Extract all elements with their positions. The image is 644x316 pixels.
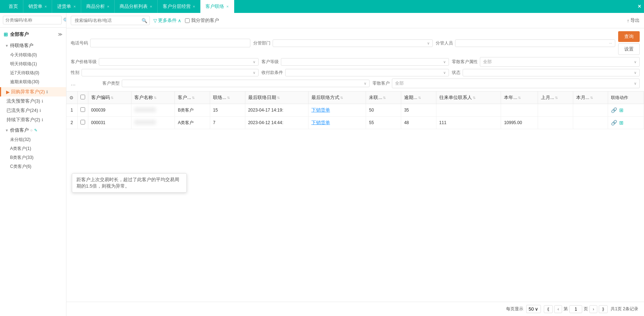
page-suffix: 页 xyxy=(584,306,588,312)
tab-customer-contact[interactable]: 客户联络 × xyxy=(200,0,234,13)
sidebar-collapse-btn[interactable]: ≫ xyxy=(58,32,62,37)
gender-select[interactable]: ∨ xyxy=(82,69,259,76)
my-customer-filter[interactable]: 我分管的客户 xyxy=(185,17,219,24)
more-conditions-btn[interactable]: ▽ 更多条件 ∧ xyxy=(153,17,181,24)
row1-checkbox xyxy=(77,104,88,117)
retail-attr-select[interactable]: 全部 ∨ xyxy=(480,57,640,67)
row2-code: 000031 xyxy=(88,117,131,129)
main-search-icon[interactable]: 🔍 xyxy=(142,18,147,23)
filter-icon: ▽ xyxy=(153,18,157,23)
main-search-input[interactable] xyxy=(73,16,142,25)
row1-last-month xyxy=(538,104,573,117)
page-input[interactable] xyxy=(569,305,582,313)
settings-button[interactable]: 设置 xyxy=(618,43,640,55)
close-tab-sales[interactable]: × xyxy=(45,4,47,9)
th-uncontacted: 未联...⇅ xyxy=(366,91,401,104)
sidebar-item-overdue[interactable]: 逾期未联络(30) xyxy=(0,77,66,86)
th-checkbox xyxy=(77,91,88,104)
tab-product-list[interactable]: 商品分析列表 × xyxy=(115,0,157,13)
adv-filter-row-1: 电话号码 分管部门 ∨ 分管人员 ··· xyxy=(71,31,640,55)
row2-method-link[interactable]: 下销货单 xyxy=(311,120,330,125)
info-icon-declining[interactable]: ℹ xyxy=(42,118,43,122)
phone-label: 电话号码 xyxy=(71,40,88,46)
row2-name xyxy=(131,117,175,129)
export-btn[interactable]: ↑ 导出 xyxy=(627,17,640,24)
payment-select[interactable]: ∨ xyxy=(285,69,449,76)
phone-input[interactable] xyxy=(90,39,250,47)
row2-select[interactable] xyxy=(80,120,85,124)
info-icon-repurchase[interactable]: ℹ xyxy=(46,90,48,94)
sidebar-item-today[interactable]: 今天待联络(0) xyxy=(0,51,66,60)
retail-customer-select[interactable]: 全部 ∨ xyxy=(392,79,640,88)
sidebar-all-customers[interactable]: ⊞ 全部客户 ≫ xyxy=(0,29,66,40)
customer-type-select[interactable]: ∨ xyxy=(122,80,370,87)
tab-product-analysis[interactable]: 商品分析 × xyxy=(81,0,115,13)
tab-customer-tier[interactable]: 客户分层经营 × xyxy=(158,0,200,13)
close-tab-customer-tier[interactable]: × xyxy=(193,4,195,9)
payment-label: 收付款条件 xyxy=(261,70,283,76)
price-level-select[interactable]: ∨ xyxy=(99,58,259,66)
person-select[interactable]: ··· xyxy=(455,39,615,47)
row1-method-link[interactable]: 下销货单 xyxy=(311,107,330,113)
status-select[interactable]: ∨ xyxy=(463,69,640,76)
row1-code: 000039 xyxy=(88,104,131,117)
sidebar-item-class-a[interactable]: A类客户(1) xyxy=(0,144,66,153)
close-tab-customer-contact[interactable]: × xyxy=(226,4,228,9)
dots-icon[interactable]: ... xyxy=(71,80,75,87)
dept-select[interactable]: ∨ xyxy=(273,39,433,47)
gender-label: 性别 xyxy=(71,70,79,76)
adv-filter: 电话号码 分管部门 ∨ 分管人员 ··· xyxy=(66,28,644,91)
sidebar-item-churn-warning[interactable]: 流失预警客户(3) ℹ xyxy=(0,96,66,106)
row1-grid-action-icon[interactable]: ⊞ xyxy=(619,107,624,113)
sidebar-item-churned[interactable]: 已流失客户(24) ℹ xyxy=(0,106,66,115)
value-group-info[interactable]: ○ xyxy=(30,128,33,132)
row1-link-action-icon[interactable]: 🔗 xyxy=(611,107,617,113)
sidebar-item-class-c[interactable]: C类客户(6) xyxy=(0,162,66,171)
close-tab-purchase[interactable]: × xyxy=(73,4,75,9)
gender-chevron: ∨ xyxy=(253,71,255,75)
tab-sales[interactable]: 销货单 × xyxy=(23,0,52,13)
info-icon-churned[interactable]: ℹ xyxy=(40,108,41,113)
edit-icon[interactable]: ✎ xyxy=(34,128,37,133)
customer-level-select[interactable]: ∨ xyxy=(281,58,449,66)
sidebar-search-input[interactable] xyxy=(3,16,62,24)
row2-link-action-icon[interactable]: 🔗 xyxy=(611,120,617,126)
sidebar-item-class-b[interactable]: B类客户(33) xyxy=(0,153,66,162)
last-page-btn[interactable]: ⟫ xyxy=(599,305,608,313)
sidebar-item-unclassified[interactable]: 未分组(32) xyxy=(0,135,66,144)
sidebar-search-icon[interactable]: 🔍 xyxy=(63,18,66,23)
retail-customer-label: 零散客户 xyxy=(372,80,390,86)
sidebar-item-repurchase-anomaly[interactable]: ▶ 回购异常客户(2) ℹ xyxy=(0,87,66,96)
row1-select[interactable] xyxy=(80,107,85,112)
close-tab-product-analysis[interactable]: × xyxy=(107,4,109,9)
filter-bar: 🔍 ▽ 更多条件 ∧ 我分管的客户 ↑ 导出 xyxy=(66,13,644,28)
row1-type: B类客户 xyxy=(175,104,210,117)
sort-method-icon: ⇅ xyxy=(340,96,343,100)
sidebar-item-declining[interactable]: 持续下滑客户(2) ℹ xyxy=(0,115,66,124)
select-all-checkbox[interactable] xyxy=(80,95,85,99)
row2-last-date: 2023-04-12 14:44: xyxy=(245,117,308,129)
prev-page-btn[interactable]: ‹ xyxy=(554,305,562,313)
close-all-tabs[interactable]: × xyxy=(638,3,641,10)
sidebar-item-tomorrow[interactable]: 明天待联络(1) xyxy=(0,60,66,69)
my-customer-checkbox[interactable] xyxy=(185,18,190,23)
query-button[interactable]: 查询 xyxy=(618,31,640,42)
column-settings-icon[interactable]: ⚙ xyxy=(69,95,74,100)
sidebar-search-bar: 🔍 xyxy=(0,13,66,28)
row2-grid-action-icon[interactable]: ⊞ xyxy=(619,120,624,126)
sidebar-value-group-label[interactable]: ▼ 价值客户 ○ ✎ xyxy=(0,125,66,135)
row1-this-month xyxy=(573,104,608,117)
dept-label: 分管部门 xyxy=(253,40,270,46)
sidebar-group-pending-label[interactable]: ▼ 待联络客户 xyxy=(0,41,66,51)
tab-purchase[interactable]: 进货单 × xyxy=(52,0,81,13)
info-icon-churn-warning[interactable]: ℹ xyxy=(42,99,43,104)
customer-level-chevron: ∨ xyxy=(443,60,446,64)
tab-home[interactable]: 首页 xyxy=(4,0,23,13)
row2-last-month xyxy=(538,117,573,129)
row2-uncontacted: 55 xyxy=(366,117,401,129)
per-page-select[interactable]: 50 ∨ xyxy=(526,305,541,313)
sidebar-item-7days[interactable]: 近7天待联络(0) xyxy=(0,69,66,77)
close-tab-product-list[interactable]: × xyxy=(150,4,152,9)
next-page-btn[interactable]: › xyxy=(589,305,597,313)
first-page-btn[interactable]: ⟪ xyxy=(544,305,553,313)
